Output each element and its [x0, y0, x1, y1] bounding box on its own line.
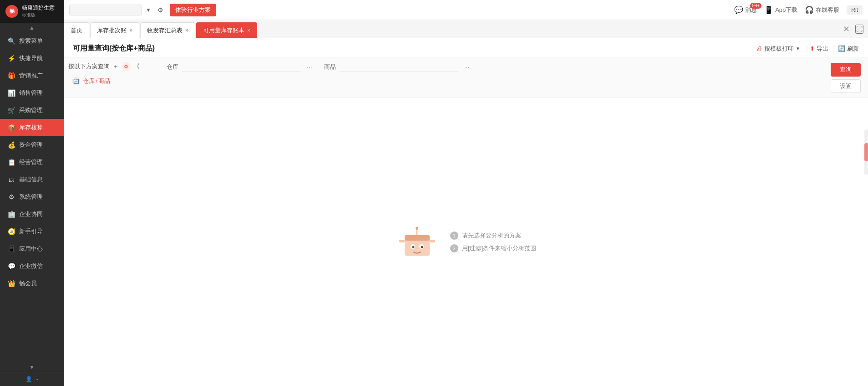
svg-point-4: [412, 246, 414, 248]
sidebar-item-label: 系统管理: [19, 193, 43, 201]
sidebar-item-finance[interactable]: 💰 资金管理: [0, 136, 64, 154]
wechat-icon: 💬: [7, 262, 15, 270]
mobile-icon: 📱: [7, 245, 15, 253]
query-area: 按以下方案查询 ＋ ⚙ 《 🔄 仓库+商品 仓库 ···: [64, 57, 868, 98]
sidebar-item-label: 快捷导航: [19, 54, 43, 62]
export-btn[interactable]: ⬆ 导出: [810, 45, 828, 53]
topbar-search-input[interactable]: [69, 5, 142, 15]
tip-num-2: 2: [450, 244, 458, 252]
building-icon: 🏢: [7, 210, 15, 218]
scheme-item-warehouse-goods[interactable]: 🔄 仓库+商品: [68, 75, 154, 87]
phone-icon: 📱: [764, 5, 773, 14]
sidebar-item-basic-info[interactable]: 🗂 基础信息: [0, 171, 64, 188]
sidebar-item-label: 新手引导: [19, 227, 43, 236]
tab-available-qty-close[interactable]: ×: [247, 27, 250, 34]
right-scrollbar-track: [864, 129, 868, 175]
sidebar-item-shortcut[interactable]: ⚡ 快捷导航: [0, 50, 64, 67]
sidebar-item-purchase[interactable]: 🛒 采购管理: [0, 102, 64, 119]
goods-input[interactable]: [340, 62, 458, 72]
tab-home-label: 首页: [71, 26, 82, 35]
refresh-icon: 🔄: [838, 45, 845, 52]
money-icon: 💰: [7, 141, 15, 149]
sidebar-menu: 🔍 搜索菜单 ⚡ 快捷导航 🎁 营销推广 📊 销售管理 🛒 采购管理 📦 库存核…: [0, 32, 64, 363]
online-support-btn[interactable]: 🎧 在线客服: [805, 5, 839, 14]
sidebar-item-marketing[interactable]: 🎁 营销推广: [0, 67, 64, 84]
warehouse-input[interactable]: [182, 62, 300, 72]
tab-batch-account[interactable]: 库存批次账 ×: [90, 22, 139, 38]
sidebar-item-app-center[interactable]: 📱 应用中心: [0, 240, 64, 257]
topbar-dropdown-btn[interactable]: ▼: [146, 7, 151, 13]
tip-text-2: 用[过滤]条件来缩小分析范围: [462, 244, 536, 252]
sidebar-item-members[interactable]: 👑 畅会员: [0, 275, 64, 292]
box-icon: 📦: [7, 124, 15, 132]
scheme-panel: 按以下方案查询 ＋ ⚙ 《 🔄 仓库+商品: [68, 62, 159, 93]
add-scheme-btn[interactable]: ＋: [112, 62, 119, 71]
tab-batch-account-label: 库存批次账: [97, 26, 127, 35]
app-download-btn[interactable]: 📱 App下载: [764, 5, 797, 14]
tab-available-qty[interactable]: 可用量库存账本 ×: [196, 22, 257, 38]
crown-icon: 👑: [7, 279, 15, 288]
topbar-gear-btn[interactable]: ⚙: [155, 5, 166, 15]
sidebar-item-label: 资金管理: [19, 141, 43, 149]
svg-rect-8: [399, 240, 405, 242]
goods-label: 商品: [324, 63, 336, 71]
industry-solution-btn[interactable]: 体验行业方案: [170, 4, 216, 16]
user-info[interactable]: Rit: [847, 5, 863, 15]
warehouse-more-btn[interactable]: ···: [304, 62, 315, 72]
sidebar-item-search[interactable]: 🔍 搜索菜单: [0, 32, 64, 50]
sidebar-item-sales[interactable]: 📊 销售管理: [0, 84, 64, 102]
page-content: 可用量查询(按仓库+商品) 🖨 按模板打印 ▼ ⬆ 导出 🔄 刷新: [64, 38, 868, 386]
sidebar-item-label: 企业协同: [19, 210, 43, 218]
filter-row: 仓库 ··· 商品 ···: [167, 62, 823, 72]
sidebar-item-operations[interactable]: 📋 经营管理: [0, 154, 64, 171]
sidebar-item-wechat[interactable]: 💬 企业微信: [0, 257, 64, 275]
collapse-scheme-btn[interactable]: 《: [133, 62, 140, 71]
sidebar-item-system[interactable]: ⚙ 系统管理: [0, 188, 64, 206]
sidebar-item-guide[interactable]: 🧭 新手引导: [0, 223, 64, 240]
sidebar-item-inventory[interactable]: 📦 库存核算: [0, 119, 64, 136]
tab-batch-account-close[interactable]: ×: [129, 27, 132, 34]
empty-state: 1 请先选择要分析的方案 2 用[过滤]条件来缩小分析范围: [64, 98, 868, 386]
sidebar-item-label: 应用中心: [19, 245, 43, 253]
tab-inventory-summary-label: 收发存汇总表: [147, 26, 183, 35]
tab-inventory-summary-close[interactable]: ×: [185, 27, 188, 34]
sidebar-item-label: 经营管理: [19, 158, 43, 166]
export-label: 导出: [817, 45, 828, 53]
right-scrollbar-thumb[interactable]: [864, 143, 868, 161]
print-icon: 🖨: [756, 45, 762, 52]
sidebar-item-enterprise[interactable]: 🏢 企业协同: [0, 206, 64, 223]
settings-scheme-btn[interactable]: ⚙: [122, 62, 131, 71]
filter-goods: 商品 ···: [324, 62, 472, 72]
tip-num-1: 1: [450, 232, 458, 240]
app-name: 畅康通好生意: [22, 5, 55, 12]
print-btn[interactable]: 🖨 按模板打印 ▼: [756, 45, 800, 53]
refresh-label: 刷新: [847, 45, 859, 53]
message-badge: 99+: [750, 3, 761, 9]
settings-btn[interactable]: 设置: [831, 79, 861, 93]
refresh-btn[interactable]: 🔄 刷新: [838, 45, 859, 53]
tab-home[interactable]: 首页: [64, 22, 89, 38]
sidebar-scroll-up[interactable]: ▲: [0, 23, 64, 32]
empty-illustration: [396, 219, 441, 265]
tip-text-1: 请先选择要分析的方案: [462, 232, 521, 240]
sidebar-scroll-down[interactable]: ▼: [0, 363, 64, 372]
close-all-tabs-btn[interactable]: ✕: [843, 24, 850, 34]
query-btn[interactable]: 查询: [831, 63, 861, 77]
topbar: ▼ ⚙ 体验行业方案 💬 消息 99+ 📱 App下载 🎧 在线客服 Rit: [64, 0, 868, 20]
headset-icon: 🎧: [805, 5, 814, 14]
sidebar-bottom[interactable]: 👤 ···: [0, 372, 64, 386]
expand-tabs-btn[interactable]: ⛶: [855, 25, 863, 34]
sidebar-item-label: 基础信息: [19, 175, 43, 184]
gift-icon: 🎁: [7, 72, 15, 80]
goods-more-btn[interactable]: ···: [462, 62, 472, 72]
scheme-item-label: 仓库+商品: [83, 77, 110, 85]
clipboard-icon: 📋: [7, 158, 15, 166]
svg-rect-9: [430, 240, 435, 242]
svg-point-7: [416, 227, 418, 230]
page-actions: 🖨 按模板打印 ▼ ⬆ 导出 🔄 刷新: [756, 45, 859, 53]
tab-inventory-summary[interactable]: 收发存汇总表 ×: [140, 22, 195, 38]
chart-icon: 📊: [7, 89, 15, 97]
message-btn[interactable]: 💬 消息 99+: [734, 5, 757, 14]
shortcut-icon: ⚡: [7, 54, 15, 62]
app-edition: 标准版: [22, 12, 55, 18]
